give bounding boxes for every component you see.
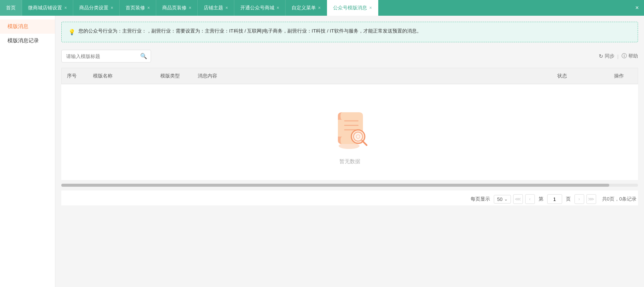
tab-close-btn[interactable]: ×: [111, 5, 113, 10]
toolbar-right: ↻ 同步 | ⓘ 帮助: [599, 53, 638, 59]
page-suffix: 页: [566, 196, 571, 202]
tab-open-mall[interactable]: 开通公众号商城×: [234, 0, 286, 16]
tab-label: 微商城店铺设置: [28, 4, 62, 11]
tab-close-btn[interactable]: ×: [147, 5, 150, 10]
divider: |: [617, 54, 619, 59]
tab-template-msg[interactable]: 公众号模版消息×: [327, 0, 378, 16]
svg-line-6: [362, 141, 367, 145]
tab-label: 开通公众号商城: [240, 4, 274, 11]
table-header-row: 序号 模版名称 模版类型 消息内容 状态 操作: [62, 68, 638, 84]
col-header-name: 模版名称: [88, 68, 155, 84]
sync-label: 同步: [605, 53, 614, 59]
tab-home-decor[interactable]: 首页装修×: [120, 0, 156, 16]
tab-label: 首页装修: [126, 4, 145, 11]
tab-home[interactable]: 首页: [0, 0, 22, 16]
alert-icon: 💡: [68, 28, 76, 37]
horizontal-scrollbar[interactable]: [61, 184, 638, 187]
tab-product-decor[interactable]: 商品页装修×: [156, 0, 198, 16]
empty-illustration: [327, 107, 372, 152]
tab-label: 自定义菜单: [292, 4, 316, 11]
tab-category-settings[interactable]: 商品分类设置×: [73, 0, 120, 16]
tab-custom-menu[interactable]: 自定义菜单×: [286, 0, 327, 16]
scrollbar-thumb[interactable]: [61, 184, 609, 187]
template-table: 序号 模版名称 模版类型 消息内容 状态 操作: [61, 68, 638, 84]
industry-alert: 💡 您的公众号行业为：主营行业：，副营行业：需要设置为：主营行业：IT科技 / …: [61, 22, 638, 42]
tab-shop-settings[interactable]: 微商城店铺设置×: [22, 0, 73, 16]
content-area: 💡 您的公众号行业为：主营行业：，副营行业：需要设置为：主营行业：IT科技 / …: [55, 16, 644, 287]
help-label: 帮助: [628, 53, 638, 59]
close-all-button[interactable]: ×: [630, 4, 644, 11]
col-header-action: 操作: [601, 68, 638, 84]
sidebar: 模版消息模版消息记录: [0, 16, 55, 287]
search-icon[interactable]: 🔍: [140, 53, 147, 59]
tab-close-btn[interactable]: ×: [225, 5, 228, 10]
tab-label: 商品分类设置: [79, 4, 108, 11]
prev-page-button[interactable]: ‹: [525, 194, 535, 204]
help-button[interactable]: ⓘ 帮助: [622, 53, 638, 59]
page-size-chevron: ⌄: [504, 197, 508, 202]
page-current-label: 第: [539, 196, 543, 202]
alert-text: 您的公众号行业为：主营行业：，副营行业：需要设置为：主营行业：IT科技 / 互联…: [78, 27, 422, 35]
next-page-button[interactable]: ›: [574, 194, 584, 204]
pagination: 每页显示 50 ⌄ ⋘ ‹ 第 页 › ⋙ 共0页，0条记录: [61, 190, 638, 205]
sidebar-item-template-message-log[interactable]: 模版消息记录: [0, 34, 55, 48]
tab-close-btn[interactable]: ×: [318, 5, 321, 10]
tab-shop-theme[interactable]: 店铺主题×: [198, 0, 234, 16]
page-size-select[interactable]: 50 ⌄: [494, 195, 511, 204]
tab-close-btn[interactable]: ×: [369, 5, 372, 10]
last-page-button[interactable]: ⋙: [586, 194, 596, 204]
page-input[interactable]: [547, 194, 562, 204]
search-bar: 🔍 ↻ 同步 | ⓘ 帮助: [61, 50, 638, 62]
col-header-content: 消息内容: [192, 68, 552, 84]
page-total: 共0页，0条记录: [602, 196, 637, 202]
col-header-status: 状态: [552, 68, 601, 84]
help-icon: ⓘ: [622, 53, 627, 59]
sync-button[interactable]: ↻ 同步: [599, 53, 614, 59]
first-page-button[interactable]: ⋘: [513, 194, 523, 204]
svg-point-5: [354, 132, 363, 141]
tab-label: 公众号模版消息: [333, 4, 367, 11]
sidebar-item-template-message[interactable]: 模版消息: [0, 19, 55, 34]
tab-close-btn[interactable]: ×: [64, 5, 67, 10]
col-header-seq: 序号: [62, 68, 88, 84]
empty-state: 暂无数据: [61, 84, 638, 180]
tab-label: 店铺主题: [204, 4, 223, 11]
top-navigation: 首页微商城店铺设置×商品分类设置×首页装修×商品页装修×店铺主题×开通公众号商城…: [0, 0, 644, 16]
col-header-type: 模版类型: [155, 68, 192, 84]
tab-close-btn[interactable]: ×: [277, 5, 279, 10]
tab-close-btn[interactable]: ×: [189, 5, 191, 10]
sync-icon: ↻: [599, 53, 603, 59]
search-input[interactable]: [61, 50, 151, 62]
tab-label: 首页: [6, 4, 16, 11]
empty-text: 暂无数据: [339, 158, 360, 165]
page-size-label: 每页显示: [471, 196, 490, 202]
page-size-value: 50: [497, 196, 502, 202]
search-input-wrap: 🔍: [61, 50, 151, 62]
tab-label: 商品页装修: [162, 4, 187, 11]
main-layout: 模版消息模版消息记录 💡 您的公众号行业为：主营行业：，副营行业：需要设置为：主…: [0, 16, 644, 287]
